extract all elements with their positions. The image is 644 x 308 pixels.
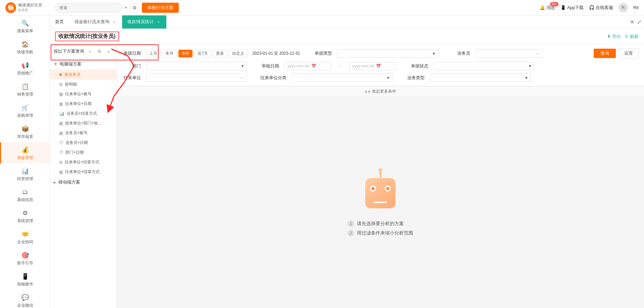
desktop-group-arrow: ▼ (54, 62, 58, 66)
date-btn-this-year[interactable]: 本年 (178, 50, 193, 57)
scheme-add-btn[interactable]: + (86, 48, 94, 55)
online-service-area[interactable]: 🎧 在线客服 (589, 5, 613, 11)
counterpart-more-icon: ··· (240, 75, 244, 80)
basic-info-icon: 🗂 (22, 189, 28, 196)
date-range-text: 2023-01-01 至 2023-12-31 (253, 51, 300, 56)
tab-home[interactable]: 首页 (50, 15, 69, 29)
sidebar-label-search-menu: 搜索菜单 (17, 28, 33, 34)
scheme-item-salesperson-account[interactable]: ▦ 业务员+账号 (50, 128, 116, 138)
review-date-start[interactable]: yyyy-mm-dd 📅 (284, 62, 331, 70)
sidebar-item-purchase[interactable]: 🛒 采购管理 (0, 100, 49, 121)
sidebar-label-wechat: 企业微信 (17, 303, 33, 308)
date-btn-more[interactable]: 更多 (213, 50, 227, 57)
tab-bank-flow[interactable]: 现金银行流水查询 × (69, 15, 122, 29)
scheme-item-dept-date[interactable]: ⏱ 部门+日期 (50, 148, 116, 157)
filter-actions: 查询 设置 (594, 48, 639, 58)
dept-date-label: 部门+日期 (65, 150, 84, 155)
scheme-item-counterpart-settlement2[interactable]: ▦ 往来单位+结算方式 (50, 167, 116, 177)
user-avatar[interactable]: R (619, 3, 628, 12)
scheme-item-counterpart-date[interactable]: ▦ 往来单位+日期 (50, 99, 116, 109)
business-type-dropdown-icon: ▾ (525, 75, 528, 80)
salesperson-more-icon: ··· (536, 51, 540, 56)
search-dropdown-icon[interactable]: ▾ (125, 5, 127, 10)
scheme-group-desktop-header[interactable]: ▼ 电脑端方案 (50, 59, 116, 69)
sidebar-item-finance[interactable]: 💰 资金管理 (0, 142, 49, 163)
search-input[interactable] (55, 3, 122, 12)
app-name: 畅捷通好生意 (18, 3, 42, 7)
wechat-icon: 💬 (21, 294, 29, 301)
header-right: 🔔 消息 99+ 📱 App下载 🎧 在线客服 R Rit (540, 3, 639, 12)
query-button[interactable]: 查询 (594, 49, 616, 58)
tab-bank-flow-close[interactable]: × (111, 19, 117, 24)
settings-icon[interactable]: ⚙ (130, 3, 139, 12)
tab-collection-stats-close[interactable]: × (156, 19, 161, 24)
trial-button[interactable]: 体验行业方案 (142, 3, 179, 13)
date-quick-buttons: 上月 本月 本年 近7天 更多 自定义 (146, 50, 247, 57)
sidebar-item-smart-hw[interactable]: 📱 智能硬件 (0, 269, 49, 290)
sidebar-item-wechat[interactable]: 💬 企业微信 (0, 290, 49, 308)
scheme-item-salesperson-date[interactable]: ⏱ 业务员+日期 (50, 138, 116, 148)
scheme-item-salesperson-settlement[interactable]: 📊 业务员+结算方式 (50, 109, 116, 118)
review-date-end[interactable]: yyyy-mm-dd 📅 (349, 62, 396, 70)
scheme-item-by-salesperson[interactable]: ● 按业务员 (50, 69, 116, 80)
sidebar-item-inventory[interactable]: 📦 库存核算 (0, 121, 49, 142)
robot-body (365, 178, 395, 208)
date-btn-last-month[interactable]: 上月 (146, 50, 160, 57)
logo-area: 畅 畅捷通好生意 标准版 (5, 2, 55, 13)
tab-home-label: 首页 (55, 19, 64, 25)
calendar-icon-start: 📅 (311, 64, 316, 68)
sidebar-item-operations[interactable]: 📊 经营管理 (0, 163, 49, 185)
sidebar-item-search-menu[interactable]: 🔍 搜索菜单 (0, 15, 49, 37)
doc-status-select[interactable]: ▾ (434, 62, 534, 70)
app-download-area[interactable]: 📱 App下载 (560, 5, 584, 11)
counterpart-category-dropdown-icon: ▾ (387, 75, 389, 80)
tab-close-all-icon[interactable]: ✕ (630, 19, 634, 25)
user-name[interactable]: Rit (633, 5, 639, 10)
scheme-item-by-counterpart-dept[interactable]: ▦ 按来单位+部门+收... (50, 118, 116, 128)
review-date-end-text: yyyy-mm-dd (352, 64, 374, 68)
setting-button[interactable]: 设置 (619, 48, 639, 58)
by-detail-icon: ⊞ (59, 82, 63, 87)
scheme-settings-btn[interactable]: ⚙ (96, 48, 103, 55)
export-icon: ⬆ (607, 34, 611, 39)
sidebar-item-guide[interactable]: 🎯 新手引导 (0, 248, 49, 269)
scheme-panel: 按以下方案查询 + ⚙ « ▼ 电脑端方案 ● 按业务员 (50, 44, 117, 308)
salesperson-select[interactable]: ··· (476, 49, 543, 58)
tab-spacer (166, 15, 627, 29)
scheme-item-by-detail[interactable]: ⊞ 按明细 (50, 80, 116, 89)
enterprise-icon: 🤝 (21, 230, 29, 238)
sidebar-item-sales[interactable]: 📋 销售管理 (0, 79, 49, 100)
doc-type-dropdown-icon: ▾ (433, 51, 435, 56)
collapse-bar[interactable]: ∧∧ 收起更多条件 (117, 86, 644, 96)
doc-type-select[interactable]: ▾ (337, 49, 438, 58)
tab-maximize-icon[interactable]: ⤢ (637, 19, 641, 25)
counterpart-category-select[interactable]: ▾ (292, 73, 392, 82)
export-button[interactable]: ⬆ 导出 (607, 34, 621, 40)
filter-row-1: 单据日期 上月 本月 本年 近7天 更多 自定义 2023-01-01 至 20… (122, 48, 639, 58)
scheme-tree: ▼ 电脑端方案 ● 按业务员 ⊞ 按明细 ▦ 往 (50, 59, 116, 308)
phone-icon: 📱 (560, 5, 566, 10)
sidebar-item-system[interactable]: ⚙ 系统管理 (0, 205, 49, 226)
refresh-button[interactable]: ↻ 刷新 (625, 34, 639, 40)
scheme-group-mobile-header[interactable]: ▶ 移动端方案 (50, 177, 116, 188)
date-btn-this-month[interactable]: 本月 (162, 50, 176, 57)
scheme-item-counterpart-settlement1[interactable]: ⊞ 往来单位+结算方式 (50, 157, 116, 167)
scheme-header: 按以下方案查询 + ⚙ « (50, 44, 116, 59)
business-type-select[interactable]: ▾ (430, 73, 531, 82)
sidebar-item-basic-info[interactable]: 🗂 基础信息 (0, 185, 49, 205)
scheme-collapse-btn[interactable]: « (105, 48, 112, 55)
scheme-item-counterpart-account[interactable]: ▦ 往来单位+账号 (50, 89, 116, 99)
counterpart-select[interactable]: ··· (146, 73, 247, 82)
results-area: 1 请先选择要分析的方案 2 用过滤条件来缩小分析范围 (117, 96, 644, 308)
date-btn-custom[interactable]: 自定义 (229, 50, 247, 57)
dept-select[interactable]: ▾ (146, 62, 247, 70)
date-btn-last-7days[interactable]: 近7天 (195, 50, 211, 57)
counterpart-account-label: 往来单位+账号 (65, 91, 92, 97)
tab-collection-stats[interactable]: 收款情况统计 × (122, 15, 166, 29)
calendar-icon-end: 📅 (376, 64, 381, 68)
sidebar-label-system: 系统管理 (17, 218, 33, 224)
notifications-area[interactable]: 🔔 消息 99+ (540, 5, 555, 11)
sidebar-item-enterprise[interactable]: 🤝 企业协同 (0, 226, 49, 248)
sidebar-item-marketing[interactable]: 📢 营销推广 (0, 58, 49, 79)
sidebar-item-quick-nav[interactable]: 🏠 快捷导航 (0, 37, 49, 58)
